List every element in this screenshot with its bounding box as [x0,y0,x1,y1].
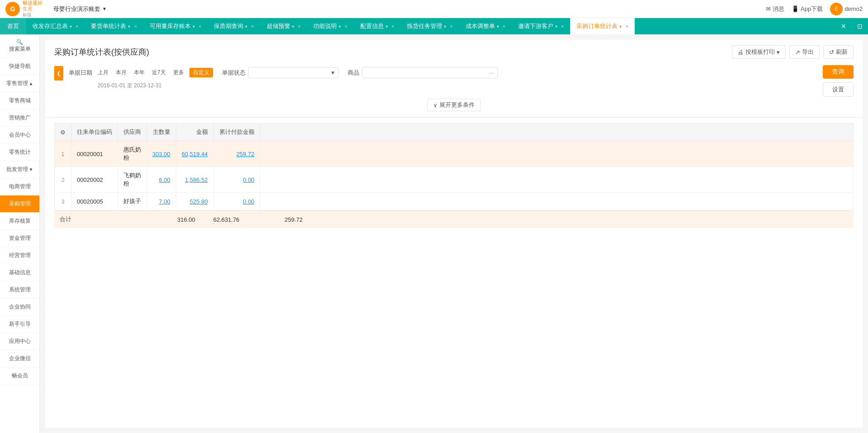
shortcut-7days[interactable]: 近7天 [149,68,169,77]
tab-overstock[interactable]: 超储预警 ▾ × [260,18,307,34]
settings-button[interactable]: 设置 [823,82,854,97]
sidebar-item-new-guide[interactable]: 新手引导 [0,316,39,333]
template-print-label: 按模板打印 [745,48,775,56]
sidebar-enterprise-wechat-label: 企业微信 [4,355,36,362]
shortcut-last-month[interactable]: 上月 [95,68,111,77]
status-filter-label: 单据状态 [222,69,245,77]
sidebar-item-marketing[interactable]: 营销推广 [0,109,39,127]
settings-icon[interactable]: ⚙ [60,129,66,136]
tab-purchase-stats[interactable]: 采购订单统计表 ▾ × [570,18,634,34]
tab-cost-adjust[interactable]: 成本调整单 ▾ × [459,18,512,34]
tab-close-icon[interactable]: × [298,24,301,29]
date-custom-badge[interactable]: 自定义 [189,68,213,77]
sidebar-item-member[interactable]: 会员中心 [0,127,39,144]
chevron-down-icon: ▼ [29,167,33,172]
sidebar-item-enterprise[interactable]: 企业协同 [0,299,39,316]
refresh-button[interactable]: ↺ 刷新 [823,45,854,59]
sidebar-item-enterprise-wechat[interactable]: 企业微信 [0,350,39,367]
tab-collect-pay[interactable]: 收发存汇总表 ▾ × [26,18,85,34]
tab-collect-pay-label: 收发存汇总表 [33,22,68,30]
td-supplier: 飞鹤奶粉 [118,167,147,193]
message-button[interactable]: ✉ 消息 [766,5,784,13]
tab-available-stock[interactable]: 可用量库存账本 ▾ × [143,18,208,34]
filter-collapse-button[interactable]: ❮ [54,66,63,81]
app-download-button[interactable]: 📱 App下载 [792,5,823,13]
sidebar-enterprise-label: 企业协同 [4,303,36,311]
tab-shelf-life[interactable]: 保质期查询 ▾ × [208,18,260,34]
tab-arrow-icon: ▾ [444,24,446,29]
sidebar-new-guide-label: 新手引导 [4,320,36,328]
sidebar-member2-label: 畅会员 [4,372,36,380]
tab-order-stats[interactable]: 要货单统计表 ▾ × [85,18,143,34]
query-button[interactable]: 查询 [823,65,854,79]
sidebar-retail-stats-label: 零售统计 [4,148,36,156]
refresh-label: 刷新 [836,48,848,56]
data-table: ⚙ 往来单位编码 供应商 主数量 金额 累计付款金额 [54,123,854,210]
user-profile[interactable]: E demo2 [830,3,863,15]
table-row[interactable]: 3 00020005 好孩子 7.00 525.80 0.00 [55,193,854,210]
tab-close-icon[interactable]: × [450,24,453,29]
tab-close-icon[interactable]: × [503,24,505,29]
export-button[interactable]: ↗ 导出 [789,45,820,59]
table-row[interactable]: 2 00020002 飞鹤奶粉 6.00 1,586.52 0.00 [55,167,854,193]
td-qty: 303.00 [147,141,176,167]
td-code: 00020002 [71,167,118,193]
shortcut-this-year[interactable]: 本年 [131,68,147,77]
th-settings[interactable]: ⚙ [55,124,71,141]
sidebar-item-finance[interactable]: 资金管理 [0,230,39,247]
nav-maximize-button[interactable]: ⊡ [852,18,868,34]
sidebar-item-system[interactable]: 系统管理 [0,281,39,299]
refresh-icon: ↺ [829,49,834,56]
tab-invite-downstream[interactable]: 邀请下游客户 ▾ × [512,18,570,34]
shortcut-more[interactable]: 更多 [170,68,187,77]
tab-close-icon[interactable]: × [198,24,201,29]
tab-arrow-icon: ▾ [70,24,72,29]
sidebar-item-member2[interactable]: 畅会员 [0,367,39,385]
sidebar-item-retail[interactable]: 零售管理 ▲ [0,75,39,92]
sidebar-basic-info-label: 基础信息 [4,269,36,276]
tab-close-active-icon[interactable]: × [625,24,628,29]
tab-close-icon[interactable]: × [561,24,564,29]
goods-input[interactable] [366,69,487,76]
td-qty: 6.00 [147,167,176,193]
sidebar-item-retail-mall[interactable]: 零售商城 [0,92,39,109]
th-paid: 累计付款金额 [213,124,260,141]
shortcut-this-month[interactable]: 本月 [113,68,129,77]
tab-arrow-icon: ▾ [339,24,341,29]
sidebar-item-wholesale[interactable]: 批发管理 ▼ [0,161,39,178]
sidebar-item-quick-nav[interactable]: 快捷导航 [0,58,39,75]
tab-close-icon[interactable]: × [251,24,254,29]
workspace-selector[interactable]: 母婴行业演示账套 ▼ [53,5,107,13]
tab-close-icon[interactable]: × [344,24,347,29]
logo: G 畅捷通好生意标版 [5,0,45,18]
sidebar-item-retail-stats[interactable]: 零售统计 [0,144,39,161]
sidebar-item-purchase[interactable]: 采购管理 [0,195,39,213]
template-print-button[interactable]: 🖨 按模板打印 ▾ [732,45,786,59]
td-paid: 0.00 [213,167,260,193]
tab-pick-task-label: 拣货任务管理 [407,22,442,30]
tab-pick-task[interactable]: 拣货任务管理 ▾ × [401,18,459,34]
sidebar-item-app-center[interactable]: 应用中心 [0,333,39,350]
tab-home[interactable]: 首页 [0,18,26,34]
sidebar-item-operations[interactable]: 经营管理 [0,247,39,264]
table-row[interactable]: 1 00020001 惠氏奶粉 303.00 60,519.44 259.72 [55,141,854,167]
td-empty [260,193,853,210]
tab-close-icon[interactable]: × [75,24,78,29]
tab-function-desc[interactable]: 功能说明 ▾ × [307,18,354,34]
tab-arrow-icon: ▾ [128,24,130,29]
nav-close-all-button[interactable]: × [835,18,852,34]
tab-config-info-label: 配置信息 [360,22,384,30]
sidebar-item-inventory[interactable]: 库存核算 [0,213,39,230]
tab-close-icon[interactable]: × [134,24,137,29]
sidebar-item-basic-info[interactable]: 基础信息 [0,264,39,281]
tab-config-info[interactable]: 配置信息 ▾ × [354,18,401,34]
goods-filter[interactable]: ··· [362,67,498,78]
goods-more-icon[interactable]: ··· [489,69,494,76]
sidebar-app-center-label: 应用中心 [4,338,36,345]
sidebar-item-search[interactable]: 🔍 搜索菜单 [0,34,39,58]
expand-more-button[interactable]: ∨ 展开更多条件 [427,99,481,111]
tab-close-icon[interactable]: × [392,24,394,29]
td-empty [260,167,853,193]
status-select[interactable]: ▾ [248,67,339,78]
sidebar-item-ecommerce[interactable]: 电商管理 [0,178,39,195]
